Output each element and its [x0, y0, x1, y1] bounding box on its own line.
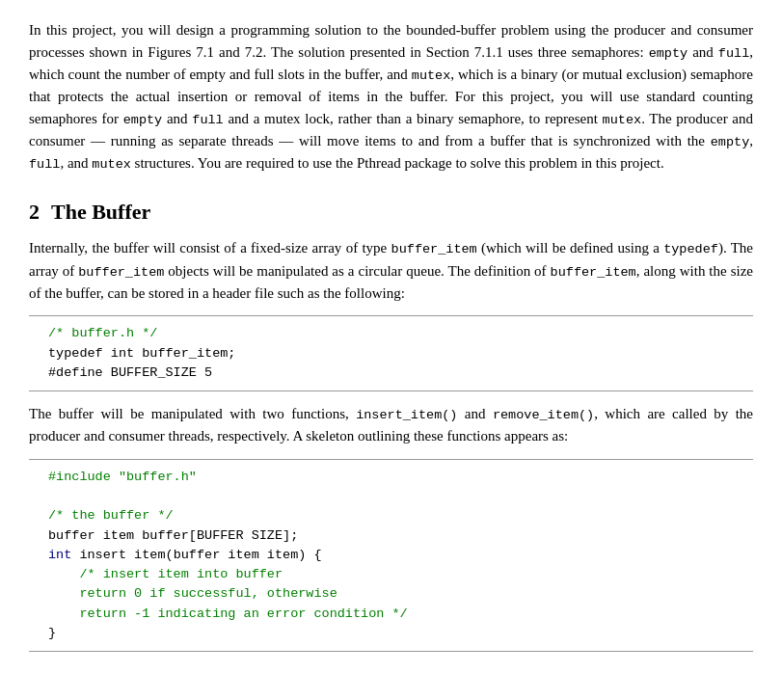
page-content: In this project, you will design a progr…	[29, 19, 753, 652]
buffer-code-typedef: typedef	[663, 242, 718, 256]
intro-code-mutex-3: mutex	[92, 157, 131, 172]
intro-comma-2: , and	[60, 155, 92, 171]
code-line-buffer-decl: buffer item buffer[BUFFER SIZE];	[48, 526, 734, 546]
buffer-paragraph-1: Internally, the buffer will consist of a…	[29, 237, 753, 304]
buffer-code-item-2: buffer_item	[78, 265, 164, 280]
buffer-text-7: and	[457, 406, 492, 421]
buffer-code-insert: insert_item()	[356, 408, 457, 422]
intro-code-full: full	[718, 46, 749, 61]
intro-text-4: and a mutex lock, rather than a binary s…	[224, 111, 603, 126]
intro-comma-1: ,	[749, 133, 753, 148]
code-line-comment-4: return -1 indicating an error condition …	[48, 605, 734, 624]
buffer-code-item-3: buffer_item	[551, 265, 636, 280]
intro-code-empty-2: empty	[123, 113, 163, 127]
intro-code-mutex-2: mutex	[603, 113, 642, 127]
intro-paragraph: In this project, you will design a progr…	[29, 19, 753, 175]
code-line-comment-3: return 0 if successful, otherwise	[48, 584, 734, 604]
code-line-comment-2: /* insert item into buffer	[48, 565, 734, 584]
intro-and-2: and	[162, 111, 192, 126]
buffer-text-1: Internally, the buffer will consist of a…	[29, 240, 391, 256]
code-line-2: typedef int buffer_item;	[48, 344, 734, 363]
code-block-1: /* buffer.h */ typedef int buffer_item; …	[29, 315, 753, 391]
intro-code-empty: empty	[649, 46, 688, 61]
section-2-title: The Buffer	[51, 200, 150, 224]
intro-text-6: structures. You are required to use the …	[131, 155, 664, 171]
intro-code-mutex: mutex	[412, 68, 451, 83]
code-block-2: #include "buffer.h" /* the buffer */ buf…	[29, 459, 753, 652]
code-line-comment-1: /* the buffer */	[48, 506, 734, 525]
code-line-close-brace: }	[48, 624, 734, 643]
buffer-paragraph-2: The buffer will be manipulated with two …	[29, 403, 753, 447]
section-2-number: 2	[29, 200, 40, 224]
intro-code-empty-3: empty	[711, 135, 750, 149]
buffer-code-remove: remove_item()	[493, 408, 594, 422]
buffer-code-item-1: buffer_item	[391, 242, 477, 256]
code-line-include: #include "buffer.h"	[48, 468, 734, 487]
buffer-text-2: (which will be defined using a	[477, 240, 663, 256]
code-line-3: #define BUFFER_SIZE 5	[48, 363, 734, 383]
intro-code-full-2: full	[192, 113, 223, 127]
code-line-blank	[48, 487, 734, 506]
code-line-1: /* buffer.h */	[48, 324, 734, 343]
buffer-text-6: The buffer will be manipulated with two …	[29, 406, 356, 421]
intro-code-full-3: full	[29, 157, 60, 172]
intro-text-1: In this project, you will design a progr…	[29, 22, 753, 60]
intro-and-1: and	[688, 44, 718, 60]
section-2-heading: 2The Buffer	[29, 196, 753, 228]
code-line-insert-fn: int insert item(buffer item item) {	[48, 546, 734, 565]
buffer-text-4: objects will be manipulated as a circula…	[164, 263, 550, 279]
